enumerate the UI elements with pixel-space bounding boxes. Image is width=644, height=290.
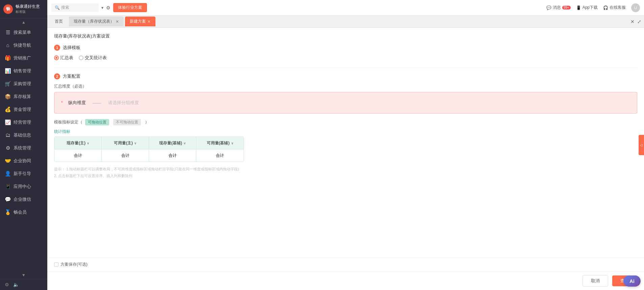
tab-new-scheme[interactable]: 新建方案 ✕ [125,17,155,26]
sidebar: 畅 畅康通好生意 标准版 ▲ ☰ 搜索菜单 ⌂ 快捷导航 🎁 营销推广 📊 销售… [0,0,47,290]
sidebar-bottom: ⚙ 🔈 [0,279,47,290]
indicator-label: 模板指标设定（ 可拖动位置 不可拖动位置 ） [54,119,637,125]
tab-close-inventory[interactable]: ✕ [116,19,119,24]
finance-icon: 💰 [5,106,11,113]
user-avatar[interactable]: U [631,3,640,12]
expand-window-btn[interactable]: ⤢ [637,19,641,24]
sidebar-nav: ☰ 搜索菜单 ⌂ 快捷导航 🎁 营销推广 📊 销售管理 🛒 采购管理 📦 库存核… [0,26,47,271]
tip-prefix: 提示： 1.拖动标题栏可以调整布局，不可跨维度或指标区域拖动栏目字段(只能在同一… [54,166,637,173]
sidebar-item-label: 库存核算 [14,94,31,100]
indicator-label-text: 模板指标设定（ [54,119,82,125]
sidebar-item-quick-nav[interactable]: ⌂ 快捷导航 [0,39,47,52]
page-title: 现存量(库存状况表)方案设置 [54,33,637,39]
sales-icon: 📊 [5,68,11,74]
template-radio-group: 汇总表 交叉统计表 [54,55,637,61]
vertical-dim-label: 纵向维度 [68,100,86,106]
tab-close-new-scheme[interactable]: ✕ [147,19,151,24]
radio-circle-cross [79,55,83,60]
sidebar-item-app-center[interactable]: 📱 应用中心 [0,180,47,193]
sidebar-scroll-down[interactable]: ▼ [0,271,47,279]
sidebar-item-membership[interactable]: 🏅 畅会员 [0,206,47,219]
radio-cross[interactable]: 交叉统计表 [79,55,107,61]
cell1-value: 合计 [121,153,129,159]
cancel-button[interactable]: 取消 [583,275,608,287]
inventory-icon: 📦 [5,94,11,100]
app-logo-icon: 畅 [3,4,13,14]
non-draggable-badge: 不可拖动位置 [113,119,141,125]
sidebar-item-basic-info[interactable]: 🗂 基础信息 [0,129,47,142]
radio-summary[interactable]: 汇总表 [54,55,73,61]
stat-header-row: 现存量(主) ∨ 可用量(主) ∨ [54,137,244,149]
dim-placeholder: 请选择分组维度 [108,100,139,106]
tip1: 1.拖动标题栏可以调整布局，不可跨维度或指标区域拖动栏目字段(只能在同一维度或指… [66,167,239,171]
search-placeholder: 搜索 [61,5,69,10]
section2-header: 2 方案配置 [54,73,637,79]
sidebar-item-wechat[interactable]: 💬 企业微信 [0,193,47,206]
stat-col-3-header[interactable]: 可用量(基辅) ∨ [196,137,244,149]
tips-section: 提示： 1.拖动标题栏可以调整布局，不可跨维度或指标区域拖动栏目字段(只能在同一… [54,166,637,179]
chevron-icon-0: ∨ [87,141,89,145]
app-name: 畅康通好生意 [16,4,40,9]
sidebar-item-system[interactable]: ⚙ 系统管理 [0,142,47,154]
sidebar-settings-icon[interactable]: ⚙ [5,282,9,287]
indicator-settings: 模板指标设定（ 可拖动位置 不可拖动位置 ） 统计指标 现存量(主) ∨ [54,119,637,162]
topbar-search[interactable]: 🔍 搜索 [51,3,99,12]
radio-circle-summary [54,55,59,60]
draggable-badge: 可拖动位置 [85,119,109,125]
section2-num: 2 [54,73,60,79]
sidebar-item-search-menu[interactable]: ☰ 搜索菜单 [0,26,47,39]
headset-icon: 🎧 [603,5,608,10]
stat-col-1-header[interactable]: 可用量(主) ∨ [102,137,149,149]
cell3-value: 合计 [216,153,224,159]
membership-icon: 🏅 [5,209,11,215]
sidebar-item-coop[interactable]: 🤝 企业协同 [0,154,47,167]
newbie-icon: 👤 [5,171,11,177]
app-download-btn[interactable]: 📱 App下载 [576,5,598,10]
dimension-label: 汇总维度（必选） [54,83,637,89]
stat-col-0-header[interactable]: 现存量(主) ∨ [54,137,102,149]
save-option: 方案保存(可选) [47,257,644,271]
sidebar-item-label: 营销推广 [14,55,31,61]
sidebar-logo: 畅 畅康通好生意 标准版 [0,0,47,19]
search-icon: 🔍 [55,5,60,10]
sidebar-item-marketing[interactable]: 🎁 营销推广 [0,52,47,65]
wechat-icon: 💬 [5,196,11,202]
coop-icon: 🤝 [5,158,11,164]
basic-info-icon: 🗂 [5,132,11,138]
sidebar-item-label: 系统管理 [14,145,31,151]
chevron-icon-3: ∨ [231,141,233,145]
sidebar-item-label: 新手引导 [14,171,31,177]
ai-button[interactable]: Ai [623,275,641,287]
sidebar-item-finance[interactable]: 💰 资金管理 [0,103,47,116]
topbar-dropdown[interactable]: ▾ [101,5,103,10]
close-window-btn[interactable]: ✕ [630,19,635,24]
message-btn[interactable]: 💬 消息 99+ [546,5,571,10]
message-badge: 99+ [562,6,571,9]
tab-home[interactable]: 首页 [50,17,68,26]
message-icon: 💬 [546,5,551,10]
right-edge-hint[interactable]: ◁ [639,135,644,155]
tab-inventory-status[interactable]: 现存量（库存状况表） ✕ [69,17,124,26]
radio-label-cross: 交叉统计表 [85,55,107,61]
stat-col-2-header[interactable]: 现存量(基辅) ∨ [149,137,196,149]
sidebar-item-label: 快捷导航 [14,42,31,48]
save-checkbox[interactable] [54,262,58,267]
sidebar-speaker-icon[interactable]: 🔈 [13,282,19,287]
online-service-btn[interactable]: 🎧 在线客服 [603,5,626,10]
sidebar-item-inventory[interactable]: 📦 库存核算 [0,90,47,103]
main-area: 🔍 搜索 ▾ ⚙ 体验行业方案 💬 消息 99+ 📱 App下载 🎧 在线客服 … [47,0,644,290]
section1-header: 1 选择模板 [54,45,637,51]
stat-cell-3: 合计 [196,149,244,162]
tab-label: 新建方案 [130,19,146,24]
industry-btn[interactable]: 体验行业方案 [113,3,147,12]
tab-label: 现存量（库存状况表） [74,19,114,24]
sidebar-item-newbie[interactable]: 👤 新手引导 [0,167,47,180]
sidebar-item-purchase[interactable]: 🛒 采购管理 [0,77,47,90]
stat-table: 现存量(主) ∨ 可用量(主) ∨ [54,137,244,162]
cell0-value: 合计 [74,153,82,159]
sidebar-item-sales[interactable]: 📊 销售管理 [0,65,47,77]
cell2-value: 合计 [169,153,177,159]
sidebar-item-operations[interactable]: 📈 经营管理 [0,116,47,129]
sidebar-scroll-up[interactable]: ▲ [0,19,47,26]
topbar-gear-icon[interactable]: ⚙ [106,5,110,10]
